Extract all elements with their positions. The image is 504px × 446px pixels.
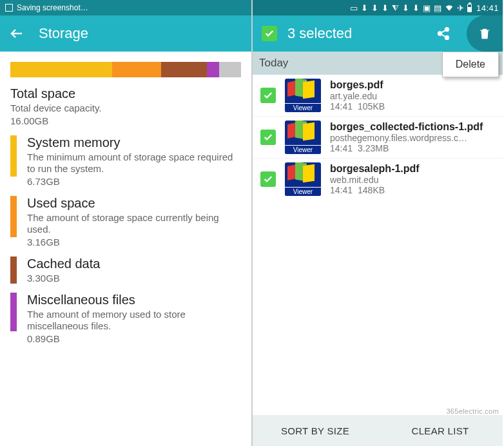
category-desc: The amount of memory used to store misce… (27, 309, 241, 332)
sort-by-size-button[interactable]: SORT BY SIZE (253, 415, 378, 446)
storage-usage-bar (0, 52, 251, 81)
storage-category-row[interactable]: Cached data3.30GB (0, 247, 251, 284)
thumb-label: Viewer (285, 187, 321, 196)
storage-bar-segment (112, 62, 160, 77)
color-swatch (10, 196, 17, 237)
storage-bar-segment (161, 62, 208, 77)
file-row[interactable]: Viewerborges_collected-fictions-1.pdfpos… (253, 116, 503, 158)
storage-category-row[interactable]: Used spaceThe amount of storage space cu… (0, 187, 251, 247)
file-name: borges_collected-fictions-1.pdf (330, 121, 496, 133)
category-value: 3.30GB (27, 273, 241, 284)
file-checkbox[interactable] (260, 130, 276, 145)
back-icon[interactable] (9, 26, 24, 41)
total-title: Total space (10, 86, 241, 101)
thumb-label: Viewer (285, 103, 321, 112)
share-button[interactable] (431, 15, 456, 52)
svg-point-1 (438, 32, 442, 35)
file-size: 105KB (358, 101, 385, 112)
storage-bar-segment (207, 62, 219, 77)
file-source: art.yale.edu (330, 91, 496, 101)
status-text: Saving screenshot… (17, 3, 88, 12)
file-name: borgesaleph-1.pdf (330, 163, 496, 175)
total-desc: Total device capacity. (10, 102, 241, 114)
bottom-bar: SORT BY SIZE CLEAR LIST (253, 415, 503, 446)
file-size: 3.23MB (358, 143, 389, 153)
category-value: 3.16GB (27, 237, 241, 247)
category-title: Used space (27, 196, 241, 211)
file-thumbnail: Viewer (285, 121, 321, 154)
category-title: Cached data (27, 257, 241, 271)
svg-point-2 (445, 36, 449, 39)
clear-list-button[interactable]: CLEAR LIST (378, 415, 503, 446)
battery-icon (467, 4, 472, 12)
file-thumbnail: Viewer (285, 162, 321, 196)
clock-text: 14:41 (476, 3, 499, 13)
download-icon: ⬇ (382, 4, 389, 12)
select-all-checkbox[interactable] (262, 26, 277, 41)
wifi-icon (445, 3, 454, 12)
selection-app-bar: 3 selected (253, 15, 503, 52)
total-value: 16.00GB (10, 115, 241, 126)
download-icon: ⬇ (361, 4, 368, 12)
svg-point-0 (445, 28, 449, 32)
storage-app-bar: Storage (0, 15, 251, 52)
sms-icon: ▭ (350, 4, 358, 12)
color-swatch (10, 293, 17, 331)
download-icon: ⬇ (371, 4, 378, 12)
page-title: Storage (39, 25, 88, 42)
vibrate-icon: ▤ (434, 4, 441, 12)
storage-category-row[interactable]: System memoryThe minimum amount of stora… (0, 126, 251, 187)
storage-bar-segment (10, 62, 112, 77)
total-space-block[interactable]: Total space Total device capacity. 16.00… (0, 81, 251, 126)
file-size: 148KB (358, 185, 385, 195)
category-desc: The amount of storage space currently be… (27, 212, 241, 235)
category-value: 0.89GB (27, 333, 241, 344)
file-thumbnail: Viewer (285, 79, 321, 112)
file-time: 14:41 (330, 143, 353, 153)
color-swatch (10, 135, 17, 177)
thumb-label: Viewer (285, 145, 321, 154)
color-swatch (10, 257, 17, 284)
watermark: 365electric.com (446, 407, 499, 415)
category-value: 6.73GB (27, 176, 241, 187)
download-icon: ⬇ (402, 4, 409, 12)
download-icon: ⬇ (412, 4, 420, 12)
image-icon: ▣ (423, 4, 431, 12)
trash-icon (478, 26, 492, 41)
status-bar: ▭ ⬇ ⬇ ⬇ ⧨ ⬇ ⬇ ▣ ▤ ✈ 14:41 (253, 0, 503, 15)
airplane-icon: ✈ (457, 4, 464, 12)
screenshot-indicator-icon (5, 4, 13, 12)
category-desc: The minimum amount of storage space requ… (27, 151, 241, 175)
file-checkbox[interactable] (260, 171, 276, 187)
file-row[interactable]: Viewerborges.pdfart.yale.edu14:41105KB (253, 75, 503, 116)
file-time: 14:41 (330, 185, 353, 195)
file-name: borges.pdf (330, 79, 496, 91)
file-row[interactable]: Viewerborgesaleph-1.pdfweb.mit.edu14:411… (253, 158, 503, 200)
dropbox-icon: ⧨ (392, 4, 399, 12)
status-bar: Saving screenshot… (0, 0, 251, 15)
category-title: System memory (27, 135, 241, 150)
delete-button[interactable] (467, 15, 503, 52)
file-source: posthegemony.files.wordpress.c… (330, 133, 496, 143)
section-label: Today (259, 57, 288, 70)
storage-bar-segment (219, 62, 241, 77)
storage-category-row[interactable]: Miscellaneous filesThe amount of memory … (0, 284, 251, 344)
selection-title: 3 selected (287, 25, 420, 42)
context-menu-delete[interactable]: Delete (442, 52, 499, 77)
file-time: 14:41 (330, 101, 353, 112)
file-checkbox[interactable] (260, 88, 276, 103)
file-source: web.mit.edu (330, 175, 496, 185)
category-title: Miscellaneous files (27, 293, 241, 307)
context-menu-label: Delete (456, 59, 485, 70)
